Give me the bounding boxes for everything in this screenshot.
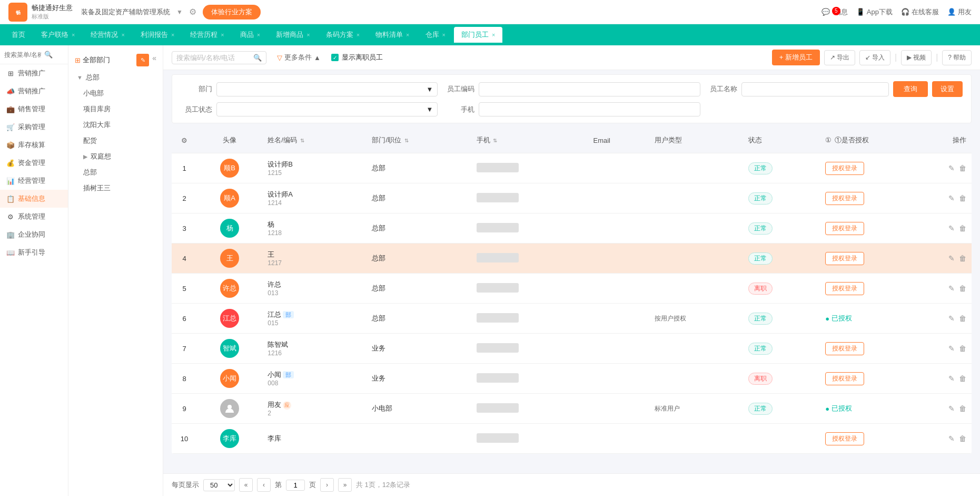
delete-icon[interactable]: 🗑	[959, 434, 966, 443]
tab-operation[interactable]: 经营情况×	[83, 27, 132, 43]
add-employee-button[interactable]: + 新增员工	[772, 50, 820, 65]
last-page-btn[interactable]: »	[338, 478, 352, 492]
more-conditions-btn[interactable]: ▽ 更多条件 ▲	[273, 51, 325, 64]
edit-icon[interactable]: ✎	[948, 224, 955, 232]
prev-page-btn[interactable]: ‹	[257, 478, 271, 492]
settings-icon[interactable]: ⚙	[189, 7, 196, 17]
tab-barcode[interactable]: 条码方案×	[319, 27, 367, 43]
dept-node-small-elec[interactable]: 小电部	[68, 85, 163, 101]
collapse-icon[interactable]: «	[152, 54, 156, 66]
app-download-btn[interactable]: 📱 App下载	[856, 7, 893, 17]
dept-node-shuangting[interactable]: ▶ 双庭想	[68, 149, 163, 164]
delete-icon[interactable]: 🗑	[959, 254, 966, 262]
query-button[interactable]: 查询	[893, 81, 928, 97]
delete-icon[interactable]: 🗑	[959, 194, 966, 202]
delete-icon[interactable]: 🗑	[959, 404, 966, 413]
sort-icon3[interactable]: ⇅	[493, 138, 497, 143]
tab-process[interactable]: 经营历程×	[183, 27, 231, 43]
show-resigned-toggle[interactable]: ✓ 显示离职员工	[331, 53, 383, 62]
sidebar-item-basic[interactable]: 📋 基础信息	[0, 190, 68, 208]
emp-name-input[interactable]	[741, 82, 889, 96]
edit-icon[interactable]: ✎	[948, 164, 955, 172]
close-icon[interactable]: ×	[171, 32, 174, 38]
dept-node-shenyang[interactable]: 沈阳大库	[68, 117, 163, 133]
sidebar-item-guide[interactable]: 📖 新手引导	[0, 244, 68, 261]
chevron-down-icon[interactable]: ▼	[176, 8, 183, 16]
auth-button[interactable]: 授权登录	[825, 372, 864, 385]
resigned-checkbox[interactable]: ✓	[331, 54, 339, 61]
sidebar-item-marketing[interactable]: 📣 营销推广	[0, 82, 68, 100]
tab-home[interactable]: 首页	[4, 27, 33, 43]
first-page-btn[interactable]: «	[239, 478, 253, 492]
auth-button[interactable]: 授权登录	[825, 222, 864, 235]
sidebar-item-finance[interactable]: 💰 资金管理	[0, 154, 68, 172]
dept-node-chashuwang[interactable]: 插树王三	[68, 180, 163, 196]
sidebar-item-enterprise[interactable]: 🏢 企业协同	[0, 226, 68, 244]
emp-status-select[interactable]: ▼	[216, 102, 438, 116]
help-button[interactable]: ? 帮助	[942, 50, 972, 65]
search-input[interactable]	[176, 54, 250, 62]
auth-button[interactable]: 授权登录	[825, 342, 864, 355]
next-page-btn[interactable]: ›	[320, 478, 334, 492]
column-settings-btn[interactable]: ⚙	[177, 133, 192, 148]
delete-icon[interactable]: 🗑	[959, 224, 966, 232]
dept-node-distribution[interactable]: 配货	[68, 133, 163, 149]
edit-icon[interactable]: ✎	[948, 314, 955, 323]
close-icon[interactable]: ×	[442, 32, 446, 38]
export-button[interactable]: ↗ 导出	[824, 50, 855, 65]
delete-icon[interactable]: 🗑	[959, 314, 966, 323]
auth-button[interactable]: 授权登录	[825, 162, 864, 175]
dept-node-project-room[interactable]: 项目库房	[68, 101, 163, 117]
sidebar-item-purchase[interactable]: 🛒 采购管理	[0, 118, 68, 136]
edit-icon[interactable]: ✎	[136, 54, 149, 66]
delete-icon[interactable]: 🗑	[959, 164, 966, 172]
phone-input[interactable]	[479, 102, 700, 116]
close-icon[interactable]: ×	[257, 32, 260, 38]
user-avatar[interactable]: 👤 用友	[947, 7, 972, 17]
edit-icon[interactable]: ✎	[948, 374, 955, 383]
tab-bom[interactable]: 物料清单×	[368, 27, 417, 43]
tab-warehouse[interactable]: 仓库×	[418, 27, 453, 43]
delete-icon[interactable]: 🗑	[959, 344, 966, 353]
edit-icon[interactable]: ✎	[948, 434, 955, 443]
sort-icon2[interactable]: ⇅	[404, 138, 409, 143]
dept-select[interactable]: ▼	[216, 82, 438, 96]
close-icon[interactable]: ×	[492, 32, 495, 38]
close-icon[interactable]: ×	[72, 32, 75, 38]
tab-profit[interactable]: 利润报告×	[133, 27, 182, 43]
search-icon[interactable]: 🔍	[253, 54, 262, 62]
edit-icon[interactable]: ✎	[948, 194, 955, 202]
setting-button[interactable]: 设置	[932, 81, 963, 97]
messages-btn[interactable]: 💬 5 消息	[821, 7, 848, 17]
experience-button[interactable]: 体验行业方案	[203, 5, 261, 20]
page-number-input[interactable]	[286, 480, 305, 491]
tab-customer[interactable]: 客户联络×	[34, 27, 82, 43]
tab-goods[interactable]: 商品×	[233, 27, 268, 43]
sidebar-item-quick-nav[interactable]: ⊞ 营销推广	[0, 64, 68, 82]
dept-node-headquarters[interactable]: ▼ 总部	[68, 70, 163, 85]
delete-icon[interactable]: 🗑	[959, 284, 966, 293]
view-button[interactable]: ▶ 视频	[901, 50, 932, 65]
sidebar-item-inventory[interactable]: 📦 库存核算	[0, 136, 68, 154]
auth-button[interactable]: 授权登录	[825, 432, 864, 445]
page-size-select[interactable]: 50 100 200	[203, 479, 235, 491]
sort-icon[interactable]: ⇅	[300, 138, 304, 143]
auth-button[interactable]: 授权登录	[825, 252, 864, 265]
edit-icon[interactable]: ✎	[948, 404, 955, 413]
edit-icon[interactable]: ✎	[948, 344, 955, 353]
online-service-btn[interactable]: 🎧 在线客服	[901, 7, 939, 17]
sidebar-search-input[interactable]	[4, 51, 41, 59]
close-icon[interactable]: ×	[406, 32, 409, 38]
auth-button[interactable]: 授权登录	[825, 192, 864, 205]
close-icon[interactable]: ×	[357, 32, 360, 38]
sidebar-item-sales[interactable]: 💼 销售管理	[0, 100, 68, 118]
edit-icon[interactable]: ✎	[948, 254, 955, 262]
auth-button[interactable]: 授权登录	[825, 282, 864, 295]
edit-icon[interactable]: ✎	[948, 284, 955, 293]
emp-code-input[interactable]	[479, 82, 700, 96]
sidebar-item-system[interactable]: ⚙ 系统管理	[0, 208, 68, 226]
tab-dept-staff[interactable]: 部门员工×	[454, 27, 502, 43]
close-icon[interactable]: ×	[306, 32, 310, 38]
dept-node-headquarters2[interactable]: 总部	[68, 164, 163, 180]
sidebar-item-operation[interactable]: 📊 经营管理	[0, 172, 68, 190]
